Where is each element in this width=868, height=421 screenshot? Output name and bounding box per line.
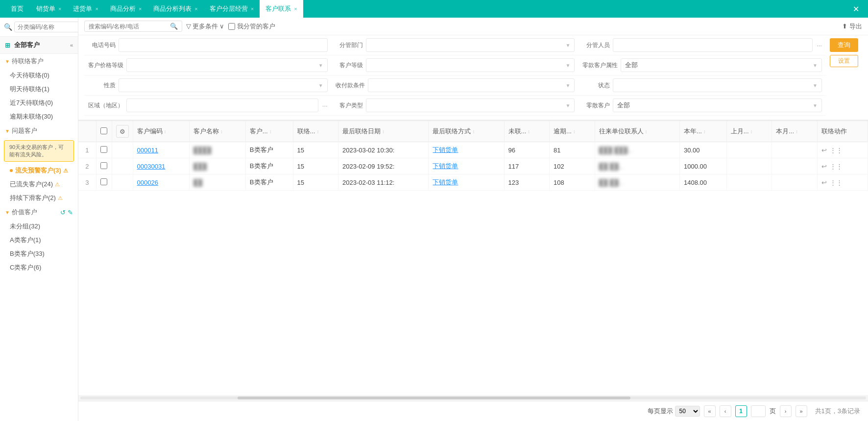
sidebar-item-declining[interactable]: 持续下滑客户(2) ⚠ xyxy=(0,191,78,205)
filter-zero-attr: 零款客户属性 全部 ▼ xyxy=(579,55,826,75)
zero-customer-select[interactable]: 全部 ▼ xyxy=(613,99,822,112)
sidebar-search-input[interactable] xyxy=(14,22,78,32)
row-checkbox-3[interactable] xyxy=(100,178,107,185)
nav-tab-analysis-list[interactable]: 商品分析列表 × xyxy=(147,0,203,18)
contact-action-icon-2[interactable]: ↩ xyxy=(821,163,827,170)
region-select[interactable] xyxy=(126,99,318,112)
col-unit-contact[interactable]: 往来单位联系人 ↕ xyxy=(595,121,680,142)
close-tab-analysis[interactable]: × xyxy=(139,6,142,12)
close-tab-purchase[interactable]: × xyxy=(95,6,98,12)
sidebar-item-tomorrow[interactable]: 明天待联络(1) xyxy=(0,82,78,96)
nav-tab-customer-ops[interactable]: 客户分层经营 × xyxy=(204,0,260,18)
nav-tab-purchase[interactable]: 进货单 × xyxy=(67,0,104,18)
col-last-date[interactable]: 最后联络日期 ↕ xyxy=(338,121,429,142)
more-action-icon-3[interactable]: ⋮⋮ xyxy=(830,179,843,186)
select-all-checkbox[interactable] xyxy=(100,127,107,134)
my-customers-checkbox[interactable] xyxy=(228,23,235,30)
at-risk-group[interactable]: ▼ 问题客户 xyxy=(0,124,78,138)
cell-name-2: ███ xyxy=(189,158,245,174)
nature-select[interactable]: ▼ xyxy=(119,78,328,92)
col-overdue[interactable]: 逾期... ↕ xyxy=(550,121,595,142)
col-this-month[interactable]: 本月... ↕ xyxy=(772,121,818,142)
nav-tab-sales[interactable]: 销货单 × xyxy=(30,0,67,18)
current-page-num: 1 xyxy=(735,405,747,417)
col-last-month[interactable]: 上月... ↕ xyxy=(726,121,772,142)
pending-contact-group[interactable]: ▼ 待联络客户 xyxy=(0,54,78,69)
close-tab-customer-ops[interactable]: × xyxy=(251,6,254,12)
more-action-icon-2[interactable]: ⋮⋮ xyxy=(830,163,843,170)
payment-select[interactable]: ▼ xyxy=(368,78,575,92)
export-button[interactable]: ⬆ 导出 xyxy=(842,22,862,31)
sidebar-item-today[interactable]: 今天待联络(0) xyxy=(0,69,78,82)
valued-group[interactable]: ▼ 价值客户 ↺ ✎ xyxy=(0,205,78,220)
collapse-icon[interactable]: « xyxy=(70,42,73,48)
more-icon-person[interactable]: ··· xyxy=(817,42,822,49)
close-tab-analysis-list[interactable]: × xyxy=(194,6,197,12)
all-customers-header[interactable]: ⊞ 全部客户 « xyxy=(0,37,78,54)
col-type[interactable]: 客户... ↕ xyxy=(245,121,293,142)
cell-this-month-3 xyxy=(772,174,818,191)
row-checkbox-1[interactable] xyxy=(100,146,107,153)
next-page-btn[interactable]: › xyxy=(780,405,792,417)
close-tab-customer-contact[interactable]: × xyxy=(294,6,297,12)
more-action-icon-1[interactable]: ⋮⋮ xyxy=(830,147,843,154)
column-settings-btn[interactable]: ⚙ xyxy=(116,125,129,138)
cell-code-3[interactable]: 000026 xyxy=(133,174,189,191)
sidebar-item-ungrouped[interactable]: 未分组(32) xyxy=(0,220,78,233)
phone-input[interactable] xyxy=(119,38,328,52)
price-level-select[interactable]: ▼ xyxy=(126,58,328,72)
col-contact[interactable]: 联络... ↕ xyxy=(293,121,338,142)
contact-action-icon-1[interactable]: ↩ xyxy=(821,147,827,154)
main-search-input[interactable] xyxy=(89,23,168,30)
cell-code-2[interactable]: 00030031 xyxy=(133,158,189,174)
sidebar-item-churned[interactable]: 已流失客户(24) ⚠ xyxy=(0,177,78,191)
edit-icon[interactable]: ✎ xyxy=(68,209,73,216)
col-name[interactable]: 客户名称 ↕ xyxy=(189,121,245,142)
close-tab-sales[interactable]: × xyxy=(58,6,61,12)
person-select[interactable] xyxy=(613,38,813,52)
cell-no-3: 3 xyxy=(78,174,96,191)
level-select[interactable]: ▼ xyxy=(366,58,575,72)
cell-last-way-2[interactable]: 下销货单 xyxy=(429,158,504,174)
nav-tab-analysis[interactable]: 商品分析 × xyxy=(104,0,147,18)
first-page-btn[interactable]: « xyxy=(704,405,716,417)
sidebar-item-7days[interactable]: 近7天待联络(0) xyxy=(0,96,78,110)
filter-panel: 电话号码 分管部门 ▼ 分管人员 xyxy=(78,35,868,121)
more-icon-region[interactable]: ··· xyxy=(322,102,328,109)
cell-code-1[interactable]: 000011 xyxy=(133,142,189,158)
nav-home[interactable]: 首页 xyxy=(4,0,30,18)
page-jump-input[interactable] xyxy=(751,405,766,417)
horizontal-scrollbar[interactable] xyxy=(78,395,868,401)
sort-icon-code: ↕ xyxy=(164,129,167,134)
sort-icon-last-date: ↕ xyxy=(382,129,385,134)
col-not-contact[interactable]: 未联... ↕ xyxy=(504,121,550,142)
window-close-button[interactable]: ✕ xyxy=(848,4,864,14)
cell-last-way-1[interactable]: 下销货单 xyxy=(429,142,504,158)
sidebar-item-class-b[interactable]: B类客户(33) xyxy=(0,247,78,261)
query-button[interactable]: 查询 xyxy=(830,38,858,52)
per-page-select[interactable]: 50 100 200 xyxy=(675,406,700,417)
cell-last-way-3[interactable]: 下销货单 xyxy=(429,174,504,191)
customer-type-select[interactable]: ▼ xyxy=(366,99,575,112)
col-last-way[interactable]: 最后联络方式 ↕ xyxy=(429,121,504,142)
prev-page-btn[interactable]: ‹ xyxy=(720,405,731,417)
cell-unit-contact-3: ██ ██... xyxy=(595,174,680,191)
sidebar-item-class-a[interactable]: A类客户(1) xyxy=(0,233,78,247)
nav-tab-customer-contact[interactable]: 客户联系 × xyxy=(260,0,303,18)
refresh-icon[interactable]: ↺ xyxy=(60,209,66,216)
zero-attr-select[interactable]: 全部 ▼ xyxy=(621,58,822,72)
sidebar-item-class-c[interactable]: C类客户(6) xyxy=(0,261,78,274)
filter-region: 区域（地区） ··· xyxy=(84,96,332,116)
sidebar-search-area: 🔍 xyxy=(0,18,78,37)
col-this-year[interactable]: 本年... ↕ xyxy=(680,121,727,142)
sidebar-item-overdue[interactable]: 逾期未联络(30) xyxy=(0,110,78,124)
settings-button[interactable]: 设置 xyxy=(830,55,858,67)
col-code[interactable]: 客户编码 ↕ xyxy=(133,121,189,142)
sidebar-item-churn-warning[interactable]: 流失预警客户(3) ⚠ xyxy=(0,164,78,177)
more-conditions-btn[interactable]: ▽ 更多条件 ∨ xyxy=(186,22,224,31)
last-page-btn[interactable]: » xyxy=(796,405,807,417)
dept-select[interactable]: ▼ xyxy=(366,38,575,52)
contact-action-icon-3[interactable]: ↩ xyxy=(821,179,827,186)
status-select[interactable]: ▼ xyxy=(613,78,822,92)
row-checkbox-2[interactable] xyxy=(100,162,107,169)
